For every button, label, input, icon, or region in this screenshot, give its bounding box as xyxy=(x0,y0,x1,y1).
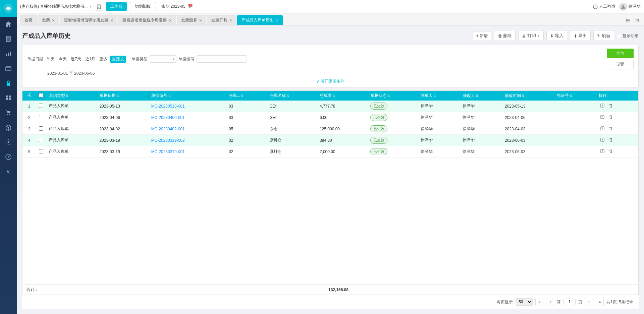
tab-invoice-open-close[interactable]: × xyxy=(229,18,232,23)
tab-invoice-calc-close[interactable]: × xyxy=(199,18,202,23)
tab-purchase-vat[interactable]: 查看进项增值税专用发票 × xyxy=(118,15,176,25)
calendar-icon[interactable]: 📅 xyxy=(188,4,193,9)
sidebar-item-lock[interactable] xyxy=(0,76,17,90)
date-more[interactable]: 更多 xyxy=(98,56,109,63)
row-checkbox[interactable] xyxy=(39,138,43,142)
user-menu[interactable]: 徐泽华 xyxy=(619,3,641,11)
window-maximize-button[interactable]: ⊡ xyxy=(634,17,641,24)
print-button[interactable]: 🖨 打印 ▼ xyxy=(518,31,544,41)
tab-invoice[interactable]: 发票 × xyxy=(38,15,59,25)
row-number-link[interactable]: MC-20230319-001 xyxy=(151,149,185,154)
tab-product-history-close[interactable]: × xyxy=(276,18,278,23)
sidebar-item-play[interactable] xyxy=(0,149,17,164)
company-selector[interactable]: (库存核算) 直播轻纯通信息技术股份... ▼ xyxy=(20,4,92,9)
row-checkbox-cell[interactable] xyxy=(36,123,46,135)
show-detail-checkbox-label[interactable]: 显示明细 xyxy=(617,33,639,39)
tab-invoice-calc[interactable]: 发票测算 × xyxy=(177,15,206,25)
col-voucher-header[interactable]: 凭证号 xyxy=(554,91,596,101)
new-button[interactable]: + 新增 xyxy=(473,31,491,41)
tab-invoice-open[interactable]: 发票开具 × xyxy=(207,15,236,25)
date-1month[interactable]: 近1月 xyxy=(84,56,97,63)
print-dropdown-icon[interactable]: ▼ xyxy=(537,34,540,38)
edit-button[interactable] xyxy=(599,114,606,121)
show-detail-checkbox[interactable] xyxy=(617,34,621,38)
sidebar-item-home[interactable] xyxy=(0,17,17,32)
sidebar-item-analytics[interactable] xyxy=(0,46,17,61)
col-creator-header[interactable]: 制单人 xyxy=(418,91,460,101)
col-date-header[interactable]: 单据日期 xyxy=(97,91,148,101)
delete-row-button[interactable] xyxy=(607,114,614,121)
next-page-button[interactable]: › xyxy=(585,298,593,306)
tab-product-history[interactable]: 产成品入库单历史 × xyxy=(237,15,283,25)
sidebar-item-cart[interactable] xyxy=(0,105,17,120)
import-button[interactable]: ⬇ 导入 xyxy=(546,31,567,41)
row-checkbox-cell[interactable] xyxy=(36,146,46,158)
col-settings-icon[interactable] xyxy=(22,91,36,101)
query-button[interactable]: 查询 xyxy=(607,49,634,58)
col-modify-time-header[interactable]: 修改时间 xyxy=(502,91,554,101)
first-page-button[interactable]: « xyxy=(535,298,543,306)
select-all-checkbox[interactable] xyxy=(39,93,43,98)
row-checkbox[interactable] xyxy=(39,149,43,153)
prev-page-button[interactable]: ‹ xyxy=(546,298,554,306)
row-checkbox-cell[interactable] xyxy=(36,112,46,123)
row-number[interactable]: MC-20230513-001 xyxy=(149,101,226,112)
workbench-button[interactable]: 工作台 xyxy=(106,2,127,11)
sidebar-item-v[interactable]: V xyxy=(0,164,17,179)
row-number-link[interactable]: MC-20230402-001 xyxy=(151,127,185,131)
delete-row-button[interactable] xyxy=(607,103,614,110)
tab-purchase-vat-close[interactable]: × xyxy=(169,18,171,23)
expand-more-button[interactable]: ∨ 展开更多条件 xyxy=(316,78,344,84)
col-modifier-header[interactable]: 修改人 xyxy=(460,91,502,101)
date-today[interactable]: 今天 xyxy=(57,56,68,63)
row-checkbox[interactable] xyxy=(39,104,43,108)
doc-icon[interactable] xyxy=(95,3,103,11)
tab-home[interactable]: 首页 xyxy=(20,15,37,25)
date-7days[interactable]: 近7天 xyxy=(69,56,83,63)
window-minimize-button[interactable]: ⊟ xyxy=(625,17,631,24)
row-checkbox[interactable] xyxy=(39,115,43,119)
row-number[interactable]: MC-20230402-001 xyxy=(149,123,226,135)
delete-row-button[interactable] xyxy=(607,148,614,155)
row-checkbox-cell[interactable] xyxy=(36,135,46,146)
sidebar-item-box[interactable] xyxy=(0,120,17,135)
sidebar-item-finance[interactable] xyxy=(0,61,17,76)
set-button[interactable]: 设置 xyxy=(607,60,634,69)
col-wh-code-header[interactable]: 仓库... xyxy=(226,91,267,101)
edit-button[interactable] xyxy=(599,103,606,110)
row-checkbox-cell[interactable] xyxy=(36,101,46,112)
help-link[interactable]: ? 人工咨询 xyxy=(593,4,615,9)
date-yesterday[interactable]: 昨天 xyxy=(45,56,56,63)
tab-sales-vat-close[interactable]: × xyxy=(110,18,113,23)
col-wh-name-header[interactable]: 仓库名称 xyxy=(267,91,317,101)
edit-button[interactable] xyxy=(599,125,606,132)
tab-sales-vat[interactable]: 查看销项增值税专用发票 × xyxy=(60,15,117,25)
edit-button[interactable] xyxy=(599,148,606,155)
delete-row-button[interactable] xyxy=(607,125,614,132)
col-select-all[interactable] xyxy=(36,91,46,101)
row-number[interactable]: MC-20230406-001 xyxy=(149,112,226,123)
date-custom[interactable]: 自定义 xyxy=(110,56,126,63)
col-status-header[interactable]: 单据状态 xyxy=(368,91,418,101)
row-number[interactable]: MC-20230319-002 xyxy=(149,135,226,146)
row-number[interactable]: MC-20230319-001 xyxy=(149,146,226,158)
row-number-link[interactable]: MC-20230406-001 xyxy=(151,115,185,120)
switch-old-button[interactable]: 切到旧版 xyxy=(130,2,156,11)
export-button[interactable]: ⬆ 导出 xyxy=(570,31,591,41)
sidebar-item-settings[interactable] xyxy=(0,135,17,149)
sidebar-item-document[interactable] xyxy=(0,32,17,46)
row-number-link[interactable]: MC-20230513-001 xyxy=(151,104,185,109)
company-dropdown-icon[interactable]: ▼ xyxy=(89,5,92,8)
col-number-header[interactable]: 单据编号 xyxy=(149,91,226,101)
row-checkbox[interactable] xyxy=(39,126,43,131)
sidebar-item-grid[interactable] xyxy=(0,90,17,105)
per-page-select[interactable]: 50 100 200 xyxy=(516,298,533,306)
delete-row-button[interactable] xyxy=(607,137,614,144)
tab-invoice-close[interactable]: × xyxy=(52,18,55,23)
number-filter-input[interactable] xyxy=(197,55,247,63)
col-cost-header[interactable]: 总成本 xyxy=(317,91,368,101)
col-type-header[interactable]: 单据类型 xyxy=(46,91,97,101)
refresh-button[interactable]: ↻ 刷新 xyxy=(593,31,614,41)
row-number-link[interactable]: MC-20230319-002 xyxy=(151,138,185,143)
edit-button[interactable] xyxy=(599,137,606,144)
